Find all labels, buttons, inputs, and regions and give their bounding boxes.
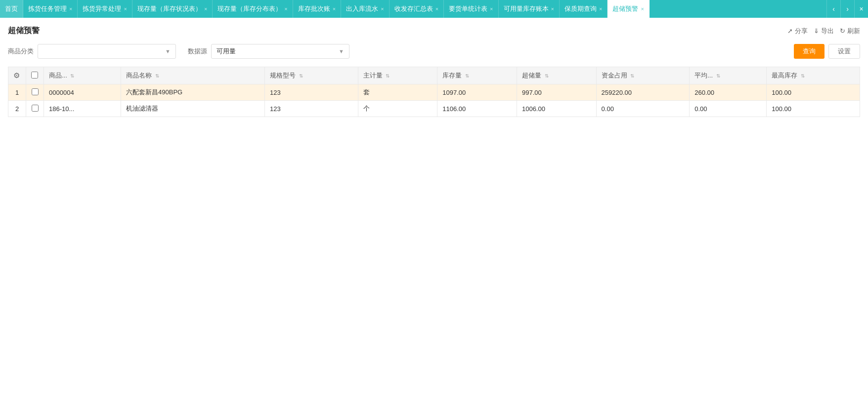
nav-item-exception[interactable]: 拣货异常处理 × <box>78 0 132 18</box>
close-icon[interactable]: × <box>435 6 438 12</box>
nav-item-stock-status[interactable]: 现存量（库存状况表） × <box>132 0 213 18</box>
datasource-select[interactable]: 可用量 ▼ <box>211 44 349 59</box>
nav-item-task-mgmt[interactable]: 拣货任务管理 × <box>23 0 78 18</box>
nav-item-home[interactable]: 首页 <box>0 0 23 18</box>
page-title: 超储预警 <box>8 26 40 36</box>
row-index: 2 <box>8 101 26 117</box>
cell-product-code: 0000004 <box>44 84 121 101</box>
col-unit[interactable]: 主计量 ⇅ <box>358 67 437 84</box>
top-navigation: 首页 拣货任务管理 × 拣货异常处理 × 现存量（库存状况表） × 现存量（库存… <box>0 0 868 18</box>
cell-avg: 0.00 <box>690 101 767 117</box>
nav-arrows: ‹ › × <box>826 0 868 18</box>
col-stock[interactable]: 库存量 ⇅ <box>437 67 517 84</box>
filter-row: 商品分类 ▼ 数据源 可用量 ▼ 查询 设置 <box>8 44 860 59</box>
sort-icon: ⇅ <box>155 73 159 79</box>
sort-icon: ⇅ <box>716 73 720 79</box>
share-icon: ➚ <box>787 27 793 35</box>
col-product-name[interactable]: 商品名称 ⇅ <box>121 67 265 84</box>
nav-item-receipt-summary[interactable]: 收发存汇总表 × <box>390 0 444 18</box>
cell-product-code: 186-10... <box>44 101 121 117</box>
cell-stock: 1106.00 <box>437 101 517 117</box>
nav-item-stock-dist[interactable]: 现存量（库存分布表） × <box>213 0 293 18</box>
sort-icon: ⇅ <box>70 73 74 79</box>
header-actions: ➚ 分享 ⇓ 导出 ↻ 刷新 <box>787 27 860 36</box>
row-index: 1 <box>8 84 26 101</box>
close-icon[interactable]: × <box>599 6 602 12</box>
filter-category: 商品分类 ▼ <box>8 44 176 59</box>
filter-actions: 查询 设置 <box>794 44 860 59</box>
category-select[interactable]: ▼ <box>38 44 176 59</box>
sort-icon: ⇅ <box>465 73 469 79</box>
nav-item-batch[interactable]: 库存批次账 × <box>293 0 341 18</box>
cell-overstock: 997.00 <box>517 84 596 101</box>
select-all-checkbox[interactable] <box>31 72 38 79</box>
close-icon[interactable]: × <box>124 6 127 12</box>
data-table: ⚙ 商品... ⇅ 商品名称 ⇅ 规格型号 ⇅ 主计量 <box>8 67 860 117</box>
sort-icon: ⇅ <box>299 73 303 79</box>
sort-icon: ⇅ <box>630 73 634 79</box>
datasource-value: 可用量 <box>217 47 236 56</box>
chevron-down-icon: ▼ <box>165 48 171 54</box>
datasource-label: 数据源 <box>188 47 207 56</box>
refresh-button[interactable]: ↻ 刷新 <box>840 27 860 36</box>
settings-button[interactable]: 设置 <box>828 44 860 59</box>
close-icon[interactable]: × <box>284 6 287 12</box>
row-checkbox[interactable] <box>32 105 39 112</box>
filter-datasource: 数据源 可用量 ▼ <box>188 44 349 59</box>
close-icon[interactable]: × <box>490 6 493 12</box>
cell-overstock: 1006.00 <box>517 101 596 117</box>
cell-spec: 123 <box>265 84 358 101</box>
row-checkbox-cell[interactable] <box>26 84 44 101</box>
table-row: 2 186-10... 机油滤清器 123 个 1106.00 1006.00 … <box>8 101 860 117</box>
query-button[interactable]: 查询 <box>794 44 825 59</box>
page-container: 超储预警 ➚ 分享 ⇓ 导出 ↻ 刷新 商品分类 ▼ 数据源 <box>0 18 868 395</box>
cell-stock: 1097.00 <box>437 84 517 101</box>
cell-unit: 个 <box>358 101 437 117</box>
nav-arrow-right[interactable]: › <box>840 0 854 18</box>
table-header-row: ⚙ 商品... ⇅ 商品名称 ⇅ 规格型号 ⇅ 主计量 <box>8 67 860 84</box>
sort-icon: ⇅ <box>801 73 805 79</box>
cell-capital: 0.00 <box>596 101 690 117</box>
close-icon[interactable]: × <box>69 6 72 12</box>
sort-icon: ⇅ <box>386 73 390 79</box>
cell-max-stock: 100.00 <box>767 84 860 101</box>
cell-capital: 259220.00 <box>596 84 690 101</box>
cell-avg: 260.00 <box>690 84 767 101</box>
row-checkbox[interactable] <box>32 88 39 95</box>
row-checkbox-cell[interactable] <box>26 101 44 117</box>
gear-column-header[interactable]: ⚙ <box>8 67 26 84</box>
col-capital[interactable]: 资金占用 ⇅ <box>596 67 690 84</box>
category-label: 商品分类 <box>8 47 34 56</box>
nav-arrow-left[interactable]: ‹ <box>826 0 840 18</box>
close-icon[interactable]: × <box>381 6 384 12</box>
close-icon[interactable]: × <box>551 6 554 12</box>
share-button[interactable]: ➚ 分享 <box>787 27 808 36</box>
col-product-code[interactable]: 商品... ⇅ <box>44 67 121 84</box>
export-icon: ⇓ <box>814 27 819 35</box>
sort-icon: ⇅ <box>545 73 549 79</box>
export-button[interactable]: ⇓ 导出 <box>814 27 834 36</box>
nav-item-inout-flow[interactable]: 出入库流水 × <box>341 0 389 18</box>
cell-max-stock: 100.00 <box>767 101 860 117</box>
cell-spec: 123 <box>265 101 358 117</box>
cell-unit: 套 <box>358 84 437 101</box>
col-overstock[interactable]: 超储量 ⇅ <box>517 67 596 84</box>
gear-icon[interactable]: ⚙ <box>13 71 20 79</box>
nav-item-available-stock[interactable]: 可用量库存账本 × <box>499 0 560 18</box>
page-header: 超储预警 ➚ 分享 ⇓ 导出 ↻ 刷新 <box>8 26 860 36</box>
nav-arrow-close[interactable]: × <box>854 0 868 18</box>
col-spec[interactable]: 规格型号 ⇅ <box>265 67 358 84</box>
close-icon[interactable]: × <box>333 6 336 12</box>
nav-item-order-stats[interactable]: 要货单统计表 × <box>444 0 498 18</box>
table-row: 1 0000004 六配套新昌490BPG 123 套 1097.00 997.… <box>8 84 860 101</box>
col-avg[interactable]: 平均... ⇅ <box>690 67 767 84</box>
cell-product-name: 六配套新昌490BPG <box>121 84 265 101</box>
close-icon[interactable]: × <box>641 6 644 12</box>
col-max-stock[interactable]: 最高库存 ⇅ <box>767 67 860 84</box>
close-icon[interactable]: × <box>204 6 207 12</box>
nav-item-overstock[interactable]: 超储预警 × <box>608 0 649 18</box>
nav-item-shelf-life[interactable]: 保质期查询 × <box>560 0 608 18</box>
checkbox-column-header[interactable] <box>26 67 44 84</box>
cell-product-name: 机油滤清器 <box>121 101 265 117</box>
refresh-icon: ↻ <box>840 27 845 35</box>
